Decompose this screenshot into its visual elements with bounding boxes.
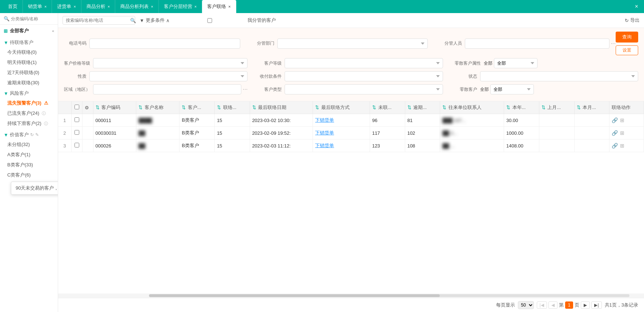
row-checkbox-1[interactable] — [75, 130, 79, 135]
cell-overdue-0: 81 — [405, 114, 440, 127]
next-page-button[interactable]: ▶ — [581, 301, 590, 309]
filter-retail-attr-select[interactable]: 全部 — [494, 58, 538, 68]
col-code[interactable]: ⇅ 客户编码 — [93, 101, 136, 114]
prev-page-button[interactable]: ◀ — [548, 301, 558, 309]
cell-action-2: 🔗 ⊞ — [609, 139, 644, 152]
group-value-customers[interactable]: ▼ 价值客户 ↻ ✎ — [0, 129, 58, 139]
col-check[interactable] — [71, 101, 82, 114]
cell-check[interactable] — [71, 127, 82, 139]
setting-button[interactable]: 设置 — [616, 45, 638, 55]
col-this-year[interactable]: ⇅ 本年... — [504, 101, 539, 114]
col-this-month[interactable]: ⇅ 本月... — [574, 101, 609, 114]
search-input[interactable] — [63, 16, 135, 25]
sidebar-search-input[interactable] — [11, 16, 58, 21]
tab-analysis-list-close[interactable]: × — [151, 4, 153, 9]
my-customers-check[interactable]: 我分管的客户 — [173, 17, 276, 24]
sort-icon-no-contact: ⇅ — [372, 105, 376, 110]
sidebar-item-overdue[interactable]: 逾期未联络(30) — [0, 78, 58, 88]
tab-sales[interactable]: 销货单 × — [23, 0, 52, 13]
per-page-select[interactable]: 50 — [518, 301, 534, 309]
filter-search-button[interactable]: 🔍 — [130, 18, 136, 23]
sidebar-all-customers[interactable]: ⊞ 全部客户 « — [0, 25, 58, 37]
action-link-icon-2[interactable]: 🔗 — [612, 143, 618, 149]
col-last-date[interactable]: ⇅ 最后联络日期 — [250, 101, 313, 114]
sidebar-item-7days[interactable]: 近7天待联络(0) — [0, 68, 58, 78]
sidebar-item-today[interactable]: 今天待联络(0) — [0, 47, 58, 57]
page-navigation: |◀ ◀ 第 1 页 ▶ ▶| — [537, 301, 602, 309]
manager-dots-icon[interactable]: ··· — [611, 40, 616, 47]
sidebar-item-ungrouped[interactable]: 未分组(32) — [0, 139, 58, 150]
filter-payment-select[interactable] — [285, 71, 443, 81]
col-last-way[interactable]: ⇅ 最后联络方式 — [313, 101, 370, 114]
region-dots-icon[interactable]: ··· — [243, 86, 247, 93]
filter-dept-select[interactable] — [277, 39, 428, 49]
col-no-contact[interactable]: ⇅ 未联... — [370, 101, 405, 114]
tab-home[interactable]: 首页 — [3, 0, 23, 13]
col-type[interactable]: ⇅ 客户... — [180, 101, 215, 114]
tab-customer-contact[interactable]: 客户联络 × — [202, 0, 236, 13]
sidebar-item-lost[interactable]: 已流失客户(24) ⓘ — [0, 108, 58, 118]
cell-way-0[interactable]: 下销货单 — [313, 114, 370, 127]
action-link-icon-0[interactable]: 🔗 — [612, 117, 618, 123]
value-refresh-icon[interactable]: ↻ — [30, 132, 34, 137]
value-edit-icon[interactable]: ✎ — [35, 132, 39, 137]
tab-analysis[interactable]: 商品分析 × — [81, 0, 115, 13]
filter-status-select[interactable] — [480, 71, 638, 81]
col-overdue[interactable]: ⇅ 逾期... — [405, 101, 440, 114]
tab-customer-contact-close[interactable]: × — [228, 4, 230, 9]
col-contact[interactable]: ⇅ 联络... — [214, 101, 250, 114]
tab-customer-tier[interactable]: 客户分层经营 × — [159, 0, 202, 13]
sidebar-item-churn-warning[interactable]: 流失预警客户(3) ⚠ — [0, 98, 58, 108]
filter-nature-select[interactable] — [89, 71, 247, 81]
row-checkbox-0[interactable] — [75, 117, 79, 122]
filter-customer-type-select[interactable] — [285, 84, 443, 94]
filter-price-level-select[interactable] — [93, 58, 247, 68]
window-close-button[interactable]: × — [632, 3, 641, 10]
cell-overdue-1: 102 — [405, 127, 440, 139]
group-pending-contact[interactable]: ▼ 待联络客户 — [0, 37, 58, 47]
filter-region-input[interactable] — [93, 84, 241, 94]
action-link-icon-1[interactable]: 🔗 — [612, 130, 618, 136]
tab-purchase[interactable]: 进货单 × — [52, 0, 81, 13]
tab-analysis-close[interactable]: × — [108, 4, 110, 9]
tab-purchase-close[interactable]: × — [73, 4, 76, 9]
col-unit-contact[interactable]: ⇅ 往来单位联系人 — [440, 101, 504, 114]
more-conditions-label: 更多条件 — [146, 17, 165, 24]
cell-check[interactable] — [71, 114, 82, 127]
sidebar-item-c-class[interactable]: C类客户(6) — [0, 170, 58, 180]
scrollbar-thumb[interactable] — [149, 294, 440, 297]
tab-customer-tier-close[interactable]: × — [194, 4, 197, 9]
action-grid-icon-2[interactable]: ⊞ — [620, 143, 624, 149]
cell-way-1[interactable]: 下销货单 — [313, 127, 370, 139]
declining-info-icon: ⓘ — [44, 121, 48, 126]
cell-check[interactable] — [71, 139, 82, 152]
first-page-button[interactable]: |◀ — [537, 301, 547, 309]
filter-retail-select[interactable]: 全部 — [490, 84, 534, 94]
select-all-checkbox[interactable] — [75, 105, 79, 109]
tab-sales-close[interactable]: × — [44, 4, 47, 9]
sidebar-item-a-class[interactable]: A类客户(1) — [0, 150, 58, 160]
tab-analysis-list[interactable]: 商品分析列表 × — [115, 0, 158, 13]
my-customers-checkbox[interactable] — [173, 18, 246, 23]
filter-manager-input[interactable] — [465, 39, 609, 49]
col-settings[interactable]: ⚙ — [82, 101, 93, 114]
query-button[interactable]: 查询 — [616, 32, 638, 42]
export-button[interactable]: ↻ 导出 — [625, 17, 640, 24]
filter-phone-input[interactable] — [89, 39, 240, 49]
action-grid-icon-0[interactable]: ⊞ — [620, 117, 624, 123]
col-name[interactable]: ⇅ 客户名称 — [136, 101, 180, 114]
cell-way-2[interactable]: 下销货单 — [313, 139, 370, 152]
more-conditions-toggle[interactable]: ▼ 更多条件 ∧ — [140, 17, 170, 24]
filter-customer-level-select[interactable] — [285, 58, 443, 68]
group-risk-customers[interactable]: ▼ 风险客户 — [0, 88, 58, 98]
sidebar-item-tomorrow[interactable]: 明天待联络(1) — [0, 57, 58, 68]
filter-price-level-label: 客户价格等级 — [64, 60, 93, 66]
cell-lmonth-2 — [539, 139, 574, 152]
last-page-button[interactable]: ▶| — [591, 301, 601, 309]
action-grid-icon-1[interactable]: ⊞ — [620, 130, 624, 136]
horizontal-scrollbar[interactable] — [58, 293, 644, 298]
row-checkbox-2[interactable] — [75, 143, 79, 147]
sidebar-item-declining[interactable]: 持续下滑客户(2) ⓘ — [0, 118, 58, 129]
col-last-month[interactable]: ⇅ 上月... — [539, 101, 574, 114]
sidebar-item-b-class[interactable]: B类客户(33) — [0, 160, 58, 170]
